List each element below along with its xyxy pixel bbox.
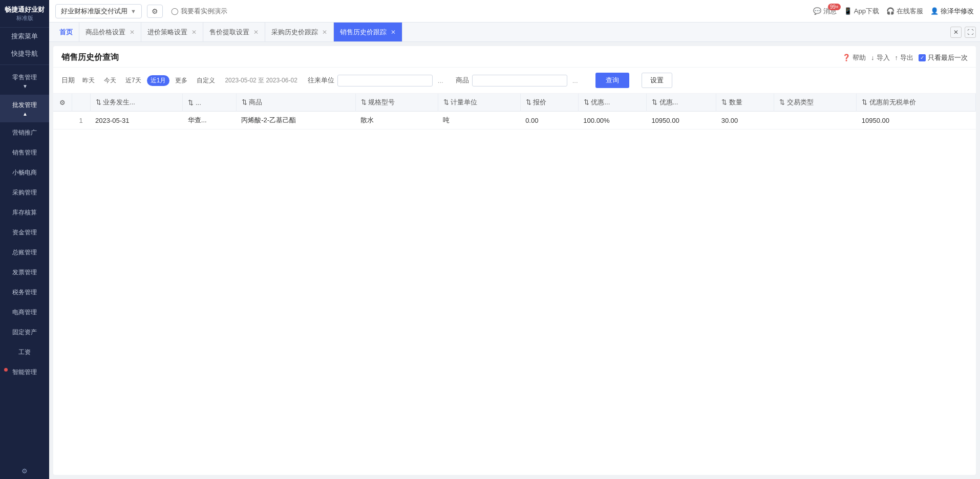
export-label: 导出 — [900, 53, 913, 62]
only-last-checkbox[interactable]: ✓ 只看最后一次 — [919, 53, 968, 62]
col-price-header[interactable]: ⇅ 报价 — [520, 94, 578, 112]
col-date-sort-icon: ⇅ — [96, 98, 101, 106]
col-spec-header[interactable]: ⇅ 规格型号 — [355, 94, 438, 112]
sidebar-item-small-ecommerce[interactable]: 小畅电商 — [0, 162, 49, 182]
tab-sale-history-close-icon[interactable]: ✕ — [391, 29, 396, 36]
date-opt-custom[interactable]: 自定义 — [193, 75, 219, 86]
date-opt-today[interactable]: 今天 — [100, 75, 120, 86]
import-btn[interactable]: ↓ 导入 — [871, 53, 890, 62]
col-no-tax-price-header[interactable]: ⇅ 优惠前无税单价 — [857, 94, 976, 112]
source-unit-dots[interactable]: ... — [436, 76, 445, 85]
sidebar-item-retail[interactable]: 零售管理 ▼ — [0, 67, 49, 95]
source-unit-input[interactable] — [337, 75, 433, 86]
sidebar-item-account[interactable]: 总账管理 — [0, 242, 49, 262]
sidebar-item-wholesale[interactable]: 批发管理 ▲ — [0, 95, 49, 122]
col-discount2-sort-icon: ⇅ — [652, 98, 657, 106]
col-trans-type-sort-icon: ⇅ — [779, 98, 785, 106]
tab-sale-history[interactable]: 销售历史价跟踪 ✕ — [334, 23, 402, 41]
col-goods-header[interactable]: ⇅ 商品 — [236, 94, 355, 112]
messages-btn[interactable]: 💬 消息 99+ — [813, 7, 837, 16]
row-discount2-cell: 10950.00 — [646, 112, 716, 129]
account-label: 总账管理 — [2, 248, 47, 257]
col-quantity-sort-icon: ⇅ — [721, 98, 727, 106]
goods-dots[interactable]: ... — [570, 76, 580, 85]
sidebar-item-tax[interactable]: 税务管理 — [0, 282, 49, 302]
sidebar-quick-nav[interactable]: 快捷导航 — [0, 45, 49, 62]
query-button[interactable]: 查询 — [595, 73, 629, 88]
help-btn[interactable]: ❓ 帮助 — [842, 53, 866, 62]
col-discount2-header[interactable]: ⇅ 优惠... — [646, 94, 716, 112]
tab-sale-extract[interactable]: 售价提取设置 ✕ — [203, 23, 265, 41]
finance-label: 资金管理 — [2, 228, 47, 237]
sidebar-item-sales[interactable]: 销售管理 — [0, 142, 49, 162]
goods-input[interactable] — [472, 75, 567, 86]
date-opt-more[interactable]: 更多 — [172, 75, 191, 86]
settings-button[interactable]: 设置 — [642, 73, 672, 88]
topbar-settings-btn[interactable]: ⚙ — [147, 5, 163, 18]
date-opt-last1month[interactable]: 近1月 — [147, 75, 170, 86]
sidebar-search-menu[interactable]: 搜索菜单 — [0, 28, 49, 45]
row-spec-cell: 散水 — [355, 112, 438, 129]
sidebar-item-purchase[interactable]: 采购管理 — [0, 182, 49, 202]
online-service-btn[interactable]: 🎧 在线客服 — [886, 7, 923, 16]
version-text: 好业财标准版交付试用 — [61, 7, 127, 16]
col-quantity-header[interactable]: ⇅ 数量 — [716, 94, 774, 112]
col3-header[interactable]: ⇅ ... — [183, 94, 236, 112]
tab-purchase-strategy[interactable]: 进价策略设置 ✕ — [141, 23, 203, 41]
tab-sale-extract-close-icon[interactable]: ✕ — [253, 29, 259, 36]
window-close-btn[interactable]: ✕ — [950, 27, 962, 38]
import-icon: ↓ — [871, 54, 875, 61]
user-menu[interactable]: 👤 徐泽华修改 — [930, 7, 974, 16]
only-last-checkbox-box: ✓ — [919, 54, 926, 61]
col-settings-header[interactable]: ⚙ — [53, 94, 72, 112]
quick-nav-label[interactable]: 快捷导航 — [11, 50, 38, 57]
col-discount1-header[interactable]: ⇅ 优惠... — [578, 94, 646, 112]
page-content: 销售历史价查询 ❓ 帮助 ↓ 导入 ↑ 导出 ✓ 只看最后一次 — [53, 46, 976, 475]
settings-gear-icon[interactable]: ⚙ — [22, 467, 28, 475]
sidebar-item-inventory[interactable]: 库存核算 — [0, 202, 49, 222]
sidebar-item-assets[interactable]: 固定资产 — [0, 322, 49, 342]
col-unit-sort-icon: ⇅ — [443, 98, 449, 106]
main-area: 好业财标准版交付试用 ▼ ⚙ ◯ 我要看实例演示 💬 消息 99+ 📱 App下… — [49, 0, 980, 479]
tab-purchase-strategy-close-icon[interactable]: ✕ — [191, 29, 197, 36]
row-no-tax-price-cell: 10950.00 — [857, 112, 976, 129]
data-table: ⚙ ⇅ 业务发生... ⇅ ... ⇅ 商品 — [53, 94, 976, 129]
app-subtitle: 标准版 — [4, 14, 45, 22]
page-header: 销售历史价查询 ❓ 帮助 ↓ 导入 ↑ 导出 ✓ 只看最后一次 — [53, 46, 976, 68]
sidebar-settings-btn[interactable]: ⚙ — [0, 463, 49, 479]
export-btn[interactable]: ↑ 导出 — [895, 53, 914, 62]
message-icon: 💬 — [813, 7, 821, 15]
col-date-header[interactable]: ⇅ 业务发生... — [90, 94, 183, 112]
col-trans-type-header[interactable]: ⇅ 交易类型 — [774, 94, 857, 112]
tab-price-settings[interactable]: 商品价格设置 ✕ — [79, 23, 141, 41]
tab-purchase-history-label: 采购历史价跟踪 — [271, 28, 318, 37]
row-goods-cell: 丙烯酸-2-乙基己酯 — [236, 112, 355, 129]
search-menu-label[interactable]: 搜索菜单 — [11, 32, 38, 40]
sidebar-item-marketing[interactable]: 营销推广 — [0, 122, 49, 142]
app-download-btn[interactable]: 📱 App下载 — [844, 7, 879, 16]
tab-home[interactable]: 首页 — [53, 23, 79, 41]
sidebar-item-invoice[interactable]: 发票管理 — [0, 262, 49, 282]
topbar-left: 好业财标准版交付试用 ▼ ⚙ ◯ 我要看实例演示 — [55, 4, 813, 18]
window-controls: ✕ ⛶ — [950, 27, 976, 38]
sidebar-item-ecommerce[interactable]: 电商管理 — [0, 302, 49, 322]
goods-filter-group: 商品 ... — [456, 75, 580, 86]
tab-purchase-history-close-icon[interactable]: ✕ — [322, 29, 327, 36]
app-title: 畅捷通好业财 — [4, 5, 45, 14]
demo-link[interactable]: ◯ 我要看实例演示 — [171, 7, 227, 16]
date-opt-last7[interactable]: 近7天 — [122, 75, 145, 86]
tabs-bar: 首页 商品价格设置 ✕ 进价策略设置 ✕ 售价提取设置 ✕ 采购历史价跟踪 ✕ … — [49, 23, 980, 42]
sidebar-item-smart[interactable]: 智能管理 — [0, 362, 49, 382]
tab-purchase-history[interactable]: 采购历史价跟踪 ✕ — [265, 23, 334, 41]
date-opt-yesterday[interactable]: 昨天 — [79, 75, 98, 86]
tab-price-close-icon[interactable]: ✕ — [130, 29, 135, 36]
sidebar-item-salary[interactable]: 工资 — [0, 342, 49, 362]
sidebar-item-finance[interactable]: 资金管理 — [0, 222, 49, 242]
date-filter-group: 日期 昨天 今天 近7天 近1月 更多 自定义 2023-05-02 至 202… — [61, 75, 297, 86]
version-selector[interactable]: 好业财标准版交付试用 ▼ — [55, 4, 142, 18]
col-unit-header[interactable]: ⇅ 计量单位 — [438, 94, 520, 112]
tab-purchase-strategy-label: 进价策略设置 — [147, 28, 187, 37]
window-maximize-btn[interactable]: ⛶ — [965, 27, 976, 38]
row-col3-cell: 华查... — [183, 112, 236, 129]
retail-label: 零售管理 — [2, 73, 47, 82]
